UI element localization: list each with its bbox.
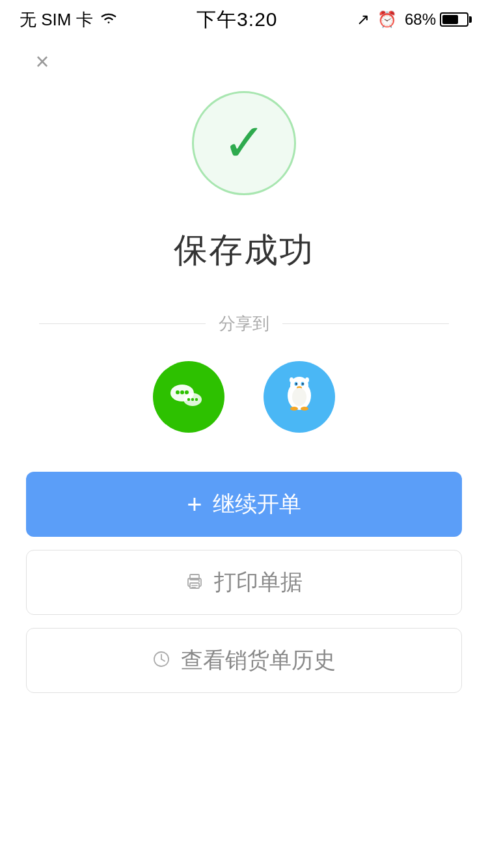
share-label: 分享到 (219, 312, 269, 335)
battery-percent: 68% (405, 10, 436, 29)
svg-point-3 (185, 390, 189, 394)
location-icon: ↗ (357, 10, 370, 29)
alarm-icon: ⏰ (377, 10, 397, 29)
battery-container: 68% (405, 10, 468, 29)
status-right: ↗ ⏰ 68% (357, 10, 468, 29)
print-label: 打印单据 (214, 567, 303, 597)
history-label: 查看销货单历史 (181, 645, 336, 675)
svg-point-16 (290, 407, 298, 411)
status-bar: 无 SIM 卡 下午3:20 ↗ ⏰ 68% (0, 0, 488, 39)
success-circle: ✓ (192, 91, 296, 195)
action-buttons: + 继续开单 打印单据 (0, 472, 488, 693)
wechat-share-button[interactable] (153, 361, 224, 433)
close-button[interactable]: × (26, 46, 59, 78)
svg-point-5 (187, 398, 190, 401)
main-content: ✓ 保存成功 分享到 (0, 39, 488, 693)
plus-icon: + (187, 491, 202, 517)
continue-button[interactable]: + 继续开单 (26, 472, 462, 537)
history-button[interactable]: 查看销货单历史 (26, 628, 462, 693)
svg-line-28 (161, 659, 165, 661)
svg-rect-24 (191, 587, 196, 588)
share-icons (153, 361, 335, 433)
close-icon: × (35, 50, 49, 74)
status-left: 无 SIM 卡 (20, 8, 118, 31)
divider-line-right (282, 323, 449, 324)
svg-point-18 (290, 377, 293, 383)
share-section: 分享到 (0, 312, 488, 433)
svg-point-13 (302, 383, 303, 385)
svg-point-7 (195, 398, 198, 401)
checkmark-icon: ✓ (223, 117, 266, 169)
svg-point-1 (176, 390, 180, 394)
svg-point-19 (305, 377, 309, 383)
svg-point-12 (295, 383, 297, 385)
svg-point-2 (180, 390, 184, 394)
share-divider: 分享到 (0, 312, 488, 335)
clock-icon (152, 650, 170, 671)
printer-icon (185, 572, 204, 593)
print-button[interactable]: 打印单据 (26, 550, 462, 615)
svg-point-25 (198, 580, 200, 581)
battery-icon (440, 12, 468, 27)
svg-point-17 (301, 407, 308, 411)
battery-fill (442, 15, 458, 24)
svg-point-15 (292, 388, 306, 406)
divider-line-left (39, 323, 206, 324)
status-time: 下午3:20 (197, 7, 277, 33)
qq-share-button[interactable] (264, 361, 335, 433)
wifi-icon (100, 10, 118, 30)
continue-label: 继续开单 (213, 489, 301, 519)
carrier-text: 无 SIM 卡 (20, 8, 93, 31)
success-title: 保存成功 (174, 228, 314, 273)
svg-rect-23 (191, 585, 198, 586)
svg-point-6 (191, 398, 194, 401)
